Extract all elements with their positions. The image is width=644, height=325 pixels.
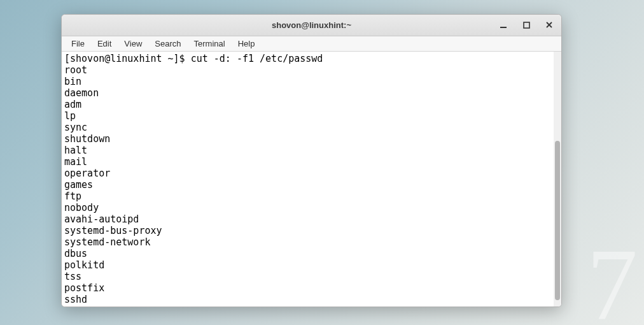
output-line: nobody xyxy=(64,202,99,213)
close-button[interactable] xyxy=(542,18,556,32)
maximize-icon xyxy=(523,22,530,29)
output-line: systemd-network xyxy=(64,236,150,248)
output-line: polkitd xyxy=(64,259,104,271)
output-line: tss xyxy=(64,271,81,282)
output-line: postfix xyxy=(64,282,104,294)
output-line: daemon xyxy=(64,87,99,99)
output-line: ftp xyxy=(64,191,81,202)
output-line: operator xyxy=(64,168,110,179)
terminal-area: [shovon@linuxhint ~]$ cut -d: -f1 /etc/p… xyxy=(62,52,561,307)
maximize-button[interactable] xyxy=(519,18,533,32)
output-line: sync xyxy=(64,122,87,133)
menu-search[interactable]: Search xyxy=(149,38,186,50)
minimize-button[interactable] xyxy=(496,18,510,32)
close-icon xyxy=(545,21,553,29)
menu-help[interactable]: Help xyxy=(232,38,261,50)
menu-view[interactable]: View xyxy=(118,38,148,50)
shell-command: cut -d: -f1 /etc/passwd xyxy=(191,53,323,64)
svg-rect-1 xyxy=(524,22,529,28)
output-line: bin xyxy=(64,76,81,87)
svg-rect-0 xyxy=(500,27,507,28)
menubar: File Edit View Search Terminal Help xyxy=(62,36,561,52)
output-line: dbus xyxy=(64,248,87,259)
menu-file[interactable]: File xyxy=(66,38,90,50)
scrollbar[interactable] xyxy=(554,52,561,307)
output-line: lp xyxy=(64,110,76,122)
window-title: shovon@linuxhint:~ xyxy=(272,20,351,30)
output-line: sshd xyxy=(64,294,87,305)
output-line: halt xyxy=(64,145,87,156)
terminal-window: shovon@linuxhint:~ File Edit View Search… xyxy=(61,14,562,307)
output-line: mail xyxy=(64,156,87,168)
menu-edit[interactable]: Edit xyxy=(92,38,117,50)
terminal-content[interactable]: [shovon@linuxhint ~]$ cut -d: -f1 /etc/p… xyxy=(62,52,554,307)
desktop-watermark: 7 xyxy=(587,226,638,325)
menu-terminal[interactable]: Terminal xyxy=(188,38,231,50)
output-line: adm xyxy=(64,99,81,110)
output-line: shutdown xyxy=(64,133,110,145)
titlebar[interactable]: shovon@linuxhint:~ xyxy=(62,15,561,36)
output-line: root xyxy=(64,64,87,76)
window-controls xyxy=(496,15,556,36)
output-line: avahi-autoipd xyxy=(64,213,139,225)
shell-prompt: [shovon@linuxhint ~]$ xyxy=(64,53,191,64)
scrollbar-thumb[interactable] xyxy=(555,141,560,300)
output-line: systemd-bus-proxy xyxy=(64,225,162,236)
output-line: games xyxy=(64,179,93,191)
minimize-icon xyxy=(500,21,507,29)
